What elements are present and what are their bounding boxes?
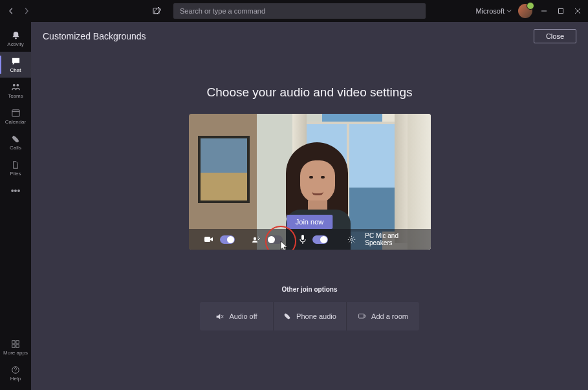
chat-icon (11, 56, 21, 66)
bell-icon (11, 30, 21, 40)
rail-help[interactable]: Help (0, 360, 31, 386)
rail-activity[interactable]: Activity (0, 26, 31, 52)
app-rail: Activity Chat Teams Calendar (0, 22, 31, 390)
prejoin-heading: Choose your audio and video settings (207, 85, 413, 100)
device-settings-button[interactable] (347, 235, 356, 244)
svg-rect-11 (204, 237, 210, 242)
maximize-button[interactable] (556, 6, 566, 16)
help-icon (11, 365, 20, 374)
title-bar: Search or type a command Microsoft (0, 0, 588, 22)
app-body: Activity Chat Teams Calendar (0, 22, 588, 390)
new-chat-icon[interactable] (150, 4, 164, 18)
camera-icon (204, 235, 213, 243)
camera-toggle[interactable] (220, 235, 235, 244)
rail-files[interactable]: Files (0, 155, 31, 181)
join-now-button[interactable]: Join now (287, 215, 332, 229)
close-window-button[interactable] (572, 6, 583, 16)
rail-teams[interactable]: Teams (0, 78, 31, 103)
rail-more[interactable]: ••• (0, 181, 31, 200)
app-root: Search or type a command Microsoft (0, 0, 588, 390)
panel-content: Choose your audio and video settings Joi… (31, 50, 588, 390)
search-placeholder: Search or type a command (180, 7, 265, 15)
cursor-icon (279, 241, 289, 250)
minimize-button[interactable] (539, 6, 549, 16)
org-switcher[interactable]: Microsoft (475, 7, 512, 15)
panel-header: Customized Backgrounds Close (31, 22, 588, 50)
option-add-room[interactable]: Add a room (346, 302, 419, 330)
avatar[interactable] (518, 4, 532, 18)
other-options-heading: Other join options (281, 286, 337, 293)
svg-point-12 (254, 237, 256, 240)
svg-rect-13 (301, 235, 304, 240)
calendar-icon (11, 108, 21, 118)
close-button[interactable]: Close (534, 29, 576, 43)
teams-icon (11, 82, 21, 92)
svg-rect-8 (12, 344, 15, 347)
phone-icon (283, 312, 291, 320)
svg-point-14 (351, 238, 353, 241)
microphone-icon (299, 235, 306, 244)
apps-icon (11, 340, 20, 349)
rail-calls[interactable]: Calls (0, 129, 31, 155)
svg-rect-5 (12, 110, 19, 116)
other-options: Audio off Phone audio Add a room (200, 302, 419, 330)
chevron-down-icon (506, 8, 512, 14)
files-icon (11, 160, 20, 169)
back-button[interactable] (5, 5, 17, 17)
rail-chat[interactable]: Chat (0, 52, 31, 78)
forward-button[interactable] (21, 5, 32, 17)
add-room-icon (358, 312, 366, 321)
microphone-toggle[interactable] (312, 235, 328, 244)
speaker-off-icon (215, 312, 224, 321)
video-preview: Join now (189, 114, 431, 250)
phone-icon (11, 135, 20, 144)
svg-rect-6 (12, 340, 15, 343)
ellipsis-icon: ••• (11, 186, 21, 195)
svg-point-2 (15, 38, 16, 39)
audio-device-label[interactable]: PC Mic and Speakers (365, 232, 415, 246)
panel-title: Customized Backgrounds (43, 31, 146, 41)
svg-point-3 (12, 84, 15, 87)
svg-rect-9 (16, 344, 19, 347)
svg-rect-15 (359, 314, 364, 318)
rail-calendar[interactable]: Calendar (0, 103, 31, 129)
svg-rect-1 (559, 9, 563, 14)
option-phone-audio[interactable]: Phone audio (273, 302, 346, 330)
preview-controls: PC Mic and Speakers (189, 229, 431, 250)
svg-point-4 (16, 84, 19, 87)
rail-more-apps[interactable]: More apps (0, 334, 31, 360)
search-input[interactable]: Search or type a command (173, 3, 426, 19)
prejoin-panel: Customized Backgrounds Close Choose your… (31, 22, 588, 390)
background-effects-icon (252, 235, 261, 243)
option-audio-off[interactable]: Audio off (200, 302, 273, 330)
svg-rect-7 (16, 340, 19, 343)
